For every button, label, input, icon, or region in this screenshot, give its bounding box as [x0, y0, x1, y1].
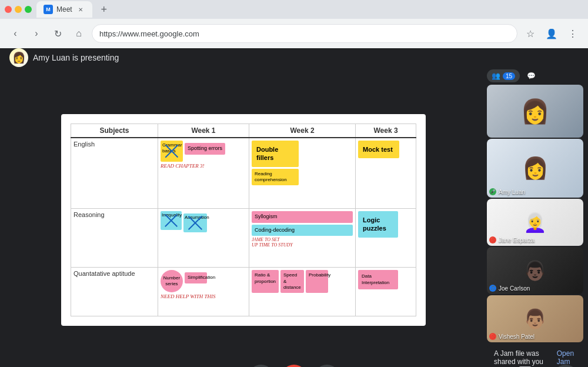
tile-amy-luan: 👩 🎤 Amy Luan	[487, 139, 583, 198]
tab-close-button[interactable]: ✕	[76, 5, 85, 14]
tile-name-vishesh: Vishesh Patel	[499, 333, 534, 340]
tab-title: Meet	[56, 5, 72, 14]
tile-overlay-jane: 🚫 Jane Esparza	[489, 236, 581, 243]
tile-overlay-vishesh: 🚫 Vishesh Patel	[489, 333, 581, 340]
menu-icon[interactable]: ⋮	[564, 25, 581, 42]
chat-icon: 💬	[527, 72, 536, 80]
tile-name-amy: Amy Luan	[499, 189, 525, 195]
participants-tab[interactable]: 👥 15	[487, 69, 520, 82]
tile-overlay-amy: 🎤 Amy Luan	[489, 188, 581, 195]
subject-english: English	[71, 138, 158, 209]
note-jame-time: JAME TO SETUP TIME TO STUDY	[252, 237, 353, 248]
participant-count: 15	[503, 72, 515, 80]
week2-reasoning: Syllogism Coding-decoding JAME TO SETUP …	[249, 209, 356, 268]
meet-main: Subjects Week 1 Week 2 Week 3 English	[0, 67, 588, 367]
note-read-chapter: READ CHAPTER 3!	[161, 163, 246, 169]
week1-reasoning: Inequality Assumption	[158, 209, 249, 268]
week1-quant: Number series Simplification NEED HELP W…	[158, 268, 249, 316]
row-quant: Quantatative aptitude Number series Simp…	[71, 268, 416, 316]
sticky-probability: Probability	[306, 270, 328, 293]
refresh-button[interactable]: ↻	[49, 25, 66, 42]
present-icon	[518, 365, 532, 368]
col-week3: Week 3	[356, 124, 416, 138]
presenter-avatar: 👩	[9, 48, 28, 67]
home-button[interactable]: ⌂	[71, 25, 87, 42]
presenter-text: Amy Luan is presenting	[33, 53, 119, 62]
browser-tab[interactable]: M Meet ✕	[36, 1, 92, 18]
participants-icon: 👥	[492, 72, 500, 80]
sticky-double-fillers: Double fillers	[252, 141, 299, 167]
subject-reasoning: Reasoning	[71, 209, 158, 268]
week3-english: Mock test	[356, 138, 416, 209]
study-schedule-table: Subjects Week 1 Week 2 Week 3 English	[71, 124, 416, 316]
address-bar[interactable]: https://www.meet.google.com	[92, 24, 517, 43]
participant-tiles: 👩 🎤 Amy Luan 👩‍🦳 🚫 Jane Esparza	[482, 139, 588, 342]
sticky-coding-decoding: Coding-decoding	[252, 225, 353, 236]
meet-app: 👩 Amy Luan is presenting Subjects Week 1…	[0, 48, 588, 367]
week3-reasoning: Logic puzzles	[356, 209, 416, 268]
tab-favicon: M	[44, 5, 53, 14]
col-subjects: Subjects	[71, 124, 158, 138]
row-english: English Grammar basics Spotting errors R…	[71, 138, 416, 209]
sticky-ratio-proportion: Ratio & proportion	[252, 270, 279, 293]
sidebar-tabs: 👥 15 💬	[482, 67, 588, 85]
mic-off-icon-jane: 🚫	[489, 236, 496, 243]
nav-bar: ‹ › ↻ ⌂ https://www.meet.google.com ☆ 👤 …	[0, 19, 588, 48]
new-tab-button[interactable]: +	[97, 2, 111, 16]
top-right-thumbnail: 👩	[487, 85, 583, 138]
col-week2: Week 2	[249, 124, 356, 138]
sticky-number-series: Number series	[161, 270, 183, 292]
tile-jane-esparza: 👩‍🦳 🚫 Jane Esparza	[487, 199, 583, 246]
tile-name-jane: Jane Esparza	[499, 237, 534, 243]
title-bar: M Meet ✕ +	[0, 0, 588, 19]
camera-button[interactable]: 📷	[314, 365, 340, 367]
bottom-controls: 🎤 📞 📷	[248, 365, 340, 367]
more-options-button[interactable]: ⋮	[553, 365, 579, 367]
captions-button[interactable]: Turn on captions	[436, 361, 498, 368]
tile-joe-carlson: 👨🏿 🎵 Joe Carlson	[487, 247, 583, 294]
sticky-spotting-errors: Spotting errors	[185, 143, 225, 155]
subject-quant: Quantatative aptitude	[71, 268, 158, 316]
end-call-button[interactable]: 📞	[281, 365, 307, 367]
note-need-help: NEED HELP WITH THIS	[161, 293, 246, 299]
week1-english: Grammar basics Spotting errors READ CHAP…	[158, 138, 249, 209]
right-sidebar: 👥 15 💬 👩 👩 🎤 Amy Lua	[482, 67, 588, 367]
maximize-button[interactable]	[25, 6, 32, 13]
forward-button[interactable]: ›	[28, 25, 45, 42]
bottom-right-controls: Turn on captions Present now ⋮	[436, 361, 579, 368]
tile-vishesh-patel: 👨🏽 🚫 Vishesh Patel	[487, 295, 583, 342]
meet-topbar: 👩 Amy Luan is presenting	[0, 48, 588, 67]
mic-on-icon-amy: 🎤	[489, 188, 496, 195]
week2-english: Double fillers Reading comprehension	[249, 138, 356, 209]
sticky-logic-puzzles: Logic puzzles	[358, 211, 398, 238]
minimize-button[interactable]	[15, 6, 22, 13]
sticky-simplification: Simplification	[185, 272, 207, 283]
sticky-inequality: Inequality	[161, 211, 182, 230]
col-week1: Week 1	[158, 124, 249, 138]
star-icon[interactable]: ☆	[522, 25, 539, 42]
browser-chrome: M Meet ✕ + ‹ › ↻ ⌂ https://www.meet.goog…	[0, 0, 588, 48]
url-text: https://www.meet.google.com	[99, 29, 199, 38]
close-button[interactable]	[5, 6, 12, 13]
week3-quant: Data Interpretation	[356, 268, 416, 316]
chat-tab[interactable]: 💬	[522, 69, 540, 82]
week2-quant: Ratio & proportion Speed & distance Prob…	[249, 268, 356, 316]
sticky-speed-distance: Speed & distance	[280, 270, 304, 293]
sticky-grammar-basics: Grammar basics	[161, 141, 183, 162]
captions-icon	[460, 365, 474, 368]
sticky-mock-test: Mock test	[358, 141, 399, 158]
tile-overlay-joe: 🎵 Joe Carlson	[489, 285, 581, 292]
mic-on-icon-joe: 🎵	[489, 285, 496, 292]
presenter-info: 👩 Amy Luan is presenting	[9, 48, 119, 67]
sticky-data-interpretation: Data Interpretation	[358, 270, 398, 289]
presentation-area: Subjects Week 1 Week 2 Week 3 English	[0, 67, 482, 367]
mic-button[interactable]: 🎤	[248, 365, 274, 367]
back-button[interactable]: ‹	[7, 25, 24, 42]
whiteboard: Subjects Week 1 Week 2 Week 3 English	[61, 114, 426, 326]
profile-icon[interactable]: 👤	[543, 25, 560, 42]
present-now-button[interactable]: Present now	[500, 361, 550, 368]
sticky-reading-comprehension: Reading comprehension	[252, 169, 299, 186]
sticky-assumption: Assumption	[183, 213, 207, 232]
mic-off-icon-vishesh: 🚫	[489, 333, 496, 340]
row-reasoning: Reasoning Inequality Assumption Syllogis…	[71, 209, 416, 268]
